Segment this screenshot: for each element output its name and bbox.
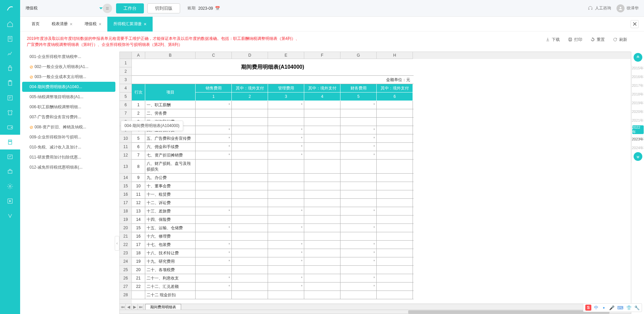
tree-item-6[interactable]: 007-广告费和业务宣传费跨... xyxy=(20,112,117,122)
ime-lang[interactable]: 中 xyxy=(594,305,598,311)
tree-item-5[interactable]: 006-职工薪酬纳税调整明细... xyxy=(20,102,117,112)
data-row[interactable]: 11十一、租赁费 xyxy=(132,190,414,199)
tree-item-2[interactable]: ⊘003-一般企业成本支出明细... xyxy=(20,72,117,82)
nav-v-icon[interactable] xyxy=(0,208,20,223)
period-value[interactable]: 2023-09 xyxy=(198,6,213,11)
tree-item-4[interactable]: 005-纳税调整项目明细表(A1... xyxy=(20,92,117,102)
col-header-E[interactable]: E xyxy=(268,52,304,59)
tree-item-0[interactable]: 001-企业所得税年度纳税申... xyxy=(20,52,117,62)
switch-old-button[interactable]: 切到旧版 xyxy=(147,3,180,13)
row-header-25[interactable]: 25 xyxy=(120,266,132,274)
row-header-19[interactable]: 19 xyxy=(120,215,132,224)
data-row[interactable]: 6六、佣金和手续费*** xyxy=(132,143,414,151)
nav-tax-icon[interactable] xyxy=(0,135,20,149)
col-header-B[interactable]: B xyxy=(145,52,196,59)
row-header-6[interactable]: 6 xyxy=(120,101,132,109)
row-header-7[interactable]: 7 xyxy=(120,109,132,118)
nav-home-icon[interactable] xyxy=(0,17,20,32)
data-row[interactable]: 14十四、保险费 xyxy=(132,215,414,224)
sheet-tab[interactable]: 期间费用明细表 xyxy=(145,304,181,310)
nav-bag-icon[interactable] xyxy=(0,61,20,76)
col-header-A[interactable]: A xyxy=(132,52,145,59)
row-header-16[interactable]: 16 xyxy=(120,190,132,199)
row-header-26[interactable]: 26 xyxy=(120,274,132,282)
data-row[interactable]: 19十九、研究费用*** xyxy=(132,257,414,266)
sheet-nav-last[interactable]: ⏭ xyxy=(138,304,144,310)
sheet-nav-next[interactable]: ▶ xyxy=(132,304,138,310)
nav-shirt-icon[interactable] xyxy=(0,105,20,120)
row-header-3[interactable]: 3 xyxy=(120,76,132,84)
select-all-corner[interactable] xyxy=(120,52,132,59)
ime-toolbar[interactable]: S 中 🔹 🎤 ⌨ 👕 🔧 xyxy=(583,303,642,312)
module-dropdown[interactable]: 增值税 xyxy=(25,5,103,11)
col-header-D[interactable]: D xyxy=(232,52,268,59)
data-row[interactable]: 8八、财产损耗、盘亏及毁损损失 xyxy=(132,160,414,174)
data-row[interactable]: 二十二 现金折扣 xyxy=(132,291,414,299)
tree-item-8[interactable]: 009-企业所得税弥补亏损明... xyxy=(20,132,117,142)
row-header-10[interactable]: 10 xyxy=(120,134,132,143)
tab-0[interactable]: 首页 xyxy=(25,17,46,32)
tree-item-11[interactable]: 012-减免所得税优惠明细表(... xyxy=(20,162,117,172)
ime-keyboard-icon[interactable]: ⌨ xyxy=(617,305,624,310)
col-header-F[interactable]: F xyxy=(304,52,340,59)
nav-wallet-icon[interactable] xyxy=(0,120,20,135)
data-row[interactable]: 10十、董事会费 xyxy=(132,182,414,190)
list-toggle-button[interactable] xyxy=(103,4,112,13)
row-header-21[interactable]: 21 xyxy=(120,232,132,241)
tree-item-1[interactable]: ⊘002-一般企业收入明细表(A1... xyxy=(20,62,117,72)
data-row[interactable]: 12十二、诉讼费 xyxy=(132,199,414,207)
tab-1[interactable]: 税表清册× xyxy=(46,17,78,32)
ime-toolbox-icon[interactable]: 🔧 xyxy=(634,305,640,310)
ime-skin-icon[interactable]: 👕 xyxy=(626,305,632,310)
data-row[interactable]: 22二十二、汇兑差额*** xyxy=(132,282,414,291)
data-row[interactable]: 13十三、差旅费*** xyxy=(132,207,414,215)
row-header-24[interactable]: 24 xyxy=(120,257,132,266)
row-header-5[interactable]: 5 xyxy=(120,92,132,101)
tree-item-3[interactable]: 004-期间费用明细表(A1040... xyxy=(22,82,115,92)
data-row[interactable]: 18十八、技术转让费*** xyxy=(132,249,414,257)
data-row[interactable]: 15十五、运输、仓储费*** xyxy=(132,224,414,232)
refresh-button[interactable]: 刷新 xyxy=(613,36,627,44)
tab-3[interactable]: 所得税汇算清缴× xyxy=(107,17,152,32)
data-row[interactable]: 17十七、包装费*** xyxy=(132,241,414,249)
grid-body[interactable]: 期间费用明细表(A104000)金额单位：元行次项目销售费用1其中：境外支付2管… xyxy=(132,59,631,304)
data-row[interactable]: 16十六、修理费 xyxy=(132,232,414,241)
row-header-27[interactable]: 27 xyxy=(120,282,132,291)
year-2022年[interactable]: 2022年 xyxy=(632,125,644,134)
workspace-button[interactable]: 工作台 xyxy=(116,3,144,13)
data-row[interactable]: 7七、资产折旧摊销费*** xyxy=(132,151,414,160)
row-header-17[interactable]: 17 xyxy=(120,199,132,207)
nav-clipboard-icon[interactable] xyxy=(0,76,20,90)
nav-settings-icon[interactable] xyxy=(0,179,20,194)
collapse-tree-handle[interactable]: ‹ xyxy=(115,236,119,251)
tab-2[interactable]: 增值税× xyxy=(78,17,107,32)
year-scroll-down[interactable] xyxy=(634,152,642,161)
row-header-2[interactable]: 2 xyxy=(120,67,132,76)
tree-item-9[interactable]: 010-免税、减计收入及加计... xyxy=(20,142,117,152)
row-header-20[interactable]: 20 xyxy=(120,224,132,232)
horizontal-scrollbar[interactable] xyxy=(120,310,631,314)
data-row[interactable]: 5五、广告费和业务宣传费*** xyxy=(132,134,414,143)
row-header-14[interactable]: 14 xyxy=(120,174,132,182)
tree-item-10[interactable]: 011-研发费用加计扣除优惠... xyxy=(20,152,117,162)
data-row[interactable]: 20二十、各项税费 xyxy=(132,266,414,274)
data-row[interactable]: 1一、职工薪酬*** xyxy=(132,101,414,109)
nav-chart-icon[interactable] xyxy=(0,46,20,61)
row-header-4[interactable]: 4 xyxy=(120,84,132,92)
year-2023年[interactable]: 2023年 xyxy=(632,135,644,143)
row-header-18[interactable]: 18 xyxy=(120,207,132,215)
reset-button[interactable]: 重置 xyxy=(590,36,605,44)
ime-mic-icon[interactable]: 🎤 xyxy=(609,305,614,310)
row-header-22[interactable]: 22 xyxy=(120,241,132,249)
year-scroll-up[interactable] xyxy=(634,53,642,62)
sheet-nav-prev[interactable]: ◀ xyxy=(126,304,132,310)
col-header-G[interactable]: G xyxy=(340,52,377,59)
download-button[interactable]: 下载 xyxy=(545,36,560,44)
row-header-15[interactable]: 15 xyxy=(120,182,132,190)
nav-archive-icon[interactable] xyxy=(0,164,20,179)
col-header-H[interactable]: H xyxy=(377,52,413,59)
row-header-1[interactable]: 1 xyxy=(120,59,132,67)
ime-punct-icon[interactable]: 🔹 xyxy=(601,305,606,310)
tab-close-icon[interactable]: × xyxy=(99,21,101,27)
row-header-12[interactable]: 12 xyxy=(120,151,132,160)
